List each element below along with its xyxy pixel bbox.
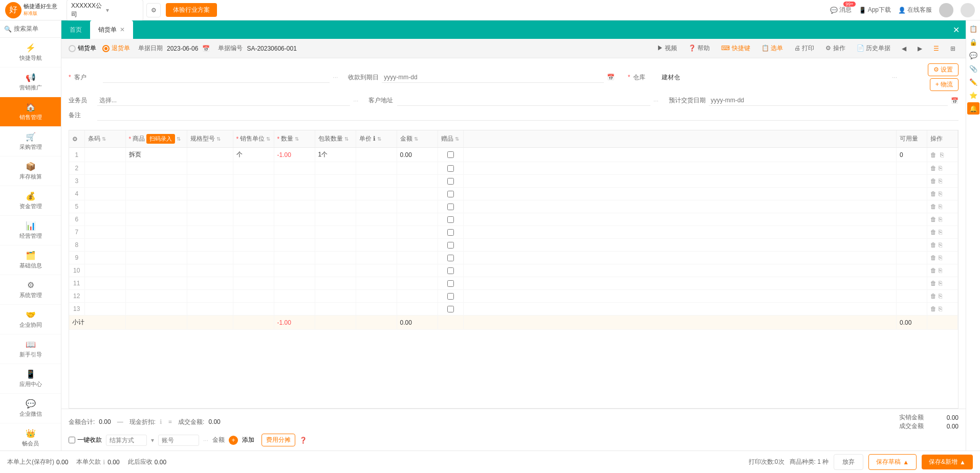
gift-checkbox-5[interactable] [447, 204, 454, 210]
sidebar-item-inventory[interactable]: 📦 库存核算 [0, 156, 61, 186]
delete-row-11[interactable]: 🗑 [930, 280, 937, 287]
th-gift-sort[interactable]: ⇅ [455, 136, 459, 142]
help-btn[interactable]: ❓ 帮助 [685, 43, 713, 54]
gift-cell-1[interactable] [438, 148, 463, 162]
account-dots[interactable]: ··· [203, 437, 208, 444]
copy-row-9[interactable]: ⎘ [939, 254, 942, 261]
gift-checkbox-13[interactable] [447, 306, 454, 312]
delete-row-9[interactable]: 🗑 [930, 254, 937, 261]
th-spec-sort[interactable]: ⇅ [216, 136, 221, 142]
copy-row-13[interactable]: ⎘ [939, 305, 942, 312]
user-settings-avatar[interactable] [961, 3, 975, 17]
payment-due-input[interactable] [382, 72, 603, 83]
th-product-sort[interactable]: ⇅ [177, 136, 181, 142]
tab-close-all-button[interactable]: ✕ [947, 25, 966, 35]
save-new-button[interactable]: 保存&新增 ▲ [922, 455, 973, 469]
warehouse-dots[interactable]: ··· [892, 74, 897, 81]
amount-cell-1[interactable]: 0.00 [397, 148, 438, 162]
gift-checkbox-10[interactable] [447, 267, 454, 274]
radio-return-order[interactable]: 退货单 [102, 44, 130, 53]
rt-clipboard-btn[interactable]: 📋 [967, 22, 979, 35]
copy-row-4[interactable]: ⎘ [939, 190, 942, 197]
scan-barcode-button[interactable]: 扫码录入 [146, 134, 175, 144]
th-amount-sort[interactable]: ⇅ [414, 136, 418, 142]
expected-delivery-input[interactable] [709, 95, 948, 106]
tab-close-icon[interactable]: ✕ [120, 26, 125, 33]
fenpai-info[interactable]: ❓ [299, 437, 307, 444]
customer-input[interactable] [103, 72, 330, 83]
operations-btn[interactable]: ⚙ 操作 [822, 43, 848, 54]
account-input[interactable] [158, 435, 199, 446]
th-barcode-sort[interactable]: ⇅ [102, 136, 106, 142]
delete-row-2[interactable]: 🗑 [930, 165, 937, 172]
prev-owe-info[interactable]: ℹ [103, 459, 105, 466]
video-btn[interactable]: ▶ 视频 [654, 43, 680, 54]
app-download-button[interactable]: 📱 App下载 [859, 6, 891, 14]
gift-checkbox-2[interactable] [447, 165, 454, 172]
th-settings[interactable]: ⚙ [69, 130, 84, 148]
delete-row-8[interactable]: 🗑 [930, 241, 937, 249]
rt-star-btn[interactable]: ⭐ [967, 89, 979, 101]
th-unit-sort[interactable]: ⇅ [266, 136, 270, 142]
salesperson-input[interactable] [97, 95, 350, 106]
settings-gear-button[interactable]: ⚙ [146, 3, 161, 17]
address-dots[interactable]: ··· [654, 97, 659, 104]
th-price-sort[interactable]: ⇅ [377, 136, 381, 142]
product-cell-1[interactable]: 拆页 [125, 148, 187, 162]
gift-checkbox-9[interactable] [447, 255, 454, 261]
trial-button[interactable]: 体验行业方案 [166, 3, 217, 17]
cash-discount-info[interactable]: ℹ [160, 418, 162, 425]
company-selector[interactable]: XXXXXX公司 ▾ [67, 0, 143, 21]
rt-chat-btn[interactable]: 💬 [967, 49, 979, 61]
table-wrapper[interactable]: ⚙ 条码 ⇅ *商品 扫码录入 ⇅ [69, 130, 959, 409]
grid-view-btn[interactable]: ☰ [930, 44, 942, 53]
qty-cell-1[interactable]: -1.00 [274, 148, 315, 162]
radio-sales-order[interactable]: 销货单 [69, 44, 96, 53]
copy-row-3[interactable]: ⎘ [939, 177, 942, 185]
save-draft-button[interactable]: 保存草稿 ▲ [868, 454, 917, 470]
th-pack-sort[interactable]: ⇅ [344, 136, 349, 142]
sidebar-item-quick-nav[interactable]: ⚡ 快捷导航 [0, 38, 61, 67]
payment-method-input[interactable] [106, 435, 147, 446]
sidebar-item-operations[interactable]: 📊 经营管理 [0, 216, 61, 245]
delete-row-4[interactable]: 🗑 [930, 190, 937, 197]
rt-attachment-btn[interactable]: 📎 [967, 62, 979, 75]
gift-checkbox-1[interactable] [447, 151, 454, 158]
online-service-button[interactable]: 👤 在线客服 [898, 6, 932, 14]
copy-row-1[interactable]: ⎘ [940, 151, 944, 159]
gift-checkbox-12[interactable] [447, 293, 454, 300]
copy-row-7[interactable]: ⎘ [939, 229, 942, 236]
expected-calendar-icon[interactable]: 📅 [951, 97, 959, 104]
delete-row-13[interactable]: 🗑 [930, 305, 937, 312]
delete-row-10[interactable]: 🗑 [930, 267, 937, 274]
delete-row-7[interactable]: 🗑 [930, 229, 937, 236]
copy-row-5[interactable]: ⎘ [939, 203, 942, 210]
user-avatar[interactable] [939, 3, 953, 17]
copy-row-2[interactable]: ⎘ [939, 165, 942, 172]
sidebar-item-collab[interactable]: 🤝 企业协同 [0, 305, 61, 334]
print-btn[interactable]: 🖨 打印 [791, 43, 817, 54]
barcode-cell-1[interactable] [84, 148, 125, 162]
sidebar-item-system[interactable]: ⚙ 系统管理 [0, 275, 61, 305]
sidebar-item-purchase[interactable]: 🛒 采购管理 [0, 127, 61, 156]
history-btn[interactable]: 📄 历史单据 [854, 43, 894, 54]
gift-checkbox-11[interactable] [447, 280, 454, 287]
sidebar-item-finance[interactable]: 💰 资金管理 [0, 186, 61, 216]
message-button[interactable]: 💬 消息 99+ [830, 6, 852, 14]
copy-row-12[interactable]: ⎘ [939, 292, 942, 300]
sidebar-item-app-center[interactable]: 📱 应用中心 [0, 364, 61, 394]
add-payment-button[interactable]: + [229, 436, 238, 445]
spec-cell-1[interactable] [187, 148, 233, 162]
shortcut-btn[interactable]: ⌨ 快捷键 [718, 43, 753, 54]
salesperson-dots[interactable]: ··· [353, 97, 358, 104]
payment-calendar-icon[interactable]: 📅 [607, 74, 615, 81]
sidebar-item-guide[interactable]: 📖 新手引导 [0, 334, 61, 364]
form-settings-button[interactable]: ⚙ 设置 [928, 63, 959, 76]
price-cell-1[interactable] [356, 148, 397, 162]
pack-qty-cell-1[interactable]: 1个 [315, 148, 356, 162]
customer-dots[interactable]: ··· [333, 74, 338, 81]
rt-notification-btn[interactable]: 🔔 [967, 102, 979, 115]
delete-row-6[interactable]: 🗑 [930, 216, 937, 223]
abandon-button[interactable]: 放弃 [834, 454, 863, 470]
fenpai-button[interactable]: 费用分摊 [262, 434, 295, 446]
